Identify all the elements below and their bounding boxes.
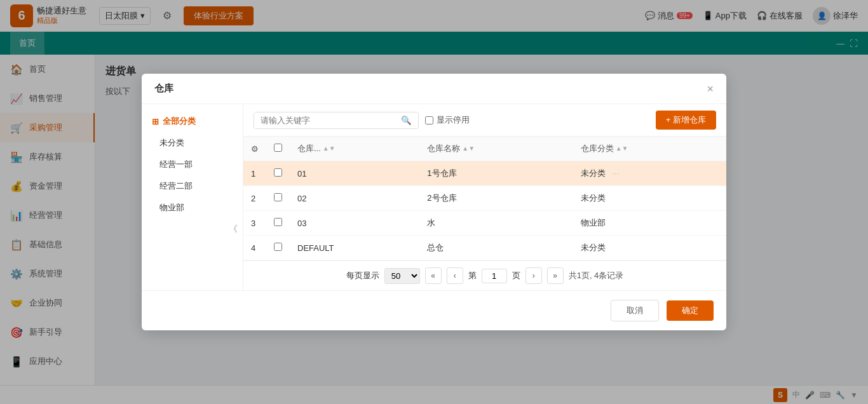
- table-row[interactable]: 3 03 水 物业部: [243, 211, 726, 236]
- row-name: 水: [419, 211, 573, 236]
- page-first-button[interactable]: «: [425, 267, 442, 284]
- select-all-checkbox[interactable]: [274, 144, 282, 152]
- per-page-label: 每页显示: [346, 270, 379, 281]
- row-num: 2: [243, 186, 266, 211]
- modal-cat-dept2[interactable]: 经营二部: [142, 175, 243, 197]
- show-disabled-label: 显示停用: [437, 114, 470, 126]
- modal-cat-property[interactable]: 物业部: [142, 197, 243, 219]
- warehouse-modal: 仓库 × ⊞ 全部分类 未分类 经营一部 经营二部 物业部 《: [142, 74, 726, 330]
- row-category: 物业部: [573, 211, 726, 236]
- modal-search-box: 🔍: [254, 112, 419, 129]
- th-check: [266, 137, 290, 161]
- modal-actions: 取消 确定: [142, 290, 726, 330]
- row-check[interactable]: [266, 236, 290, 260]
- row-check[interactable]: [266, 186, 290, 211]
- modal-cat-dept1[interactable]: 经营一部: [142, 154, 243, 175]
- confirm-button[interactable]: 确定: [667, 300, 714, 321]
- row-name: 总仓: [419, 236, 573, 260]
- sort-code[interactable]: 仓库...▲▼: [297, 143, 336, 154]
- pagination: 每页显示 50 100 200 « ‹ 第 页 › » 共1页, 4条记录: [243, 260, 726, 290]
- sort-category[interactable]: 仓库分类▲▼: [581, 143, 628, 154]
- row-num: 4: [243, 236, 266, 260]
- modal-header: 仓库 ×: [142, 74, 726, 104]
- search-input[interactable]: [254, 112, 395, 128]
- modal-cat-uncategorized[interactable]: 未分类: [142, 132, 243, 154]
- th-category: 仓库分类▲▼: [573, 137, 726, 161]
- row-code: 02: [290, 186, 419, 211]
- row-code: 03: [290, 211, 419, 236]
- page-number-input[interactable]: [482, 269, 507, 283]
- table-header-row: ⚙ 仓库...▲▼ 仓库名称▲▼: [243, 137, 726, 161]
- collapse-icon[interactable]: 《: [229, 224, 238, 235]
- row-code: 01: [290, 161, 419, 186]
- show-disabled-option: 显示停用: [425, 114, 470, 126]
- page-prev-button[interactable]: ‹: [447, 267, 463, 284]
- grid-icon: ⊞: [152, 117, 159, 126]
- row-code: DEFAULT: [290, 236, 419, 260]
- row-name: 1号仓库: [419, 161, 573, 186]
- warehouse-table: ⚙ 仓库...▲▼ 仓库名称▲▼: [243, 137, 726, 260]
- cancel-button[interactable]: 取消: [611, 300, 659, 321]
- modal-overlay[interactable]: 仓库 × ⊞ 全部分类 未分类 经营一部 经营二部 物业部 《: [0, 0, 868, 404]
- sort-name-icon: ▲▼: [462, 145, 475, 152]
- table-row[interactable]: 2 02 2号仓库 未分类: [243, 186, 726, 211]
- modal-main-content: 🔍 显示停用 + 新增仓库 ⚙: [243, 104, 726, 290]
- gear-icon[interactable]: ⚙: [251, 144, 259, 154]
- row-check[interactable]: [266, 211, 290, 236]
- th-name: 仓库名称▲▼: [419, 137, 573, 161]
- row-category: 未分类: [573, 236, 726, 260]
- page-label: 第: [468, 270, 477, 281]
- add-warehouse-button[interactable]: + 新增仓库: [656, 111, 716, 130]
- th-gear: ⚙: [243, 137, 266, 161]
- modal-title: 仓库: [154, 83, 173, 95]
- modal-all-category[interactable]: ⊞ 全部分类: [142, 111, 243, 132]
- row-num: 3: [243, 211, 266, 236]
- modal-category-sidebar: ⊞ 全部分类 未分类 经营一部 经营二部 物业部 《: [142, 104, 243, 290]
- page-suffix: 页: [512, 270, 520, 281]
- show-disabled-checkbox[interactable]: [425, 116, 433, 125]
- total-info: 共1页, 4条记录: [569, 270, 624, 281]
- all-category-label: 全部分类: [163, 116, 196, 127]
- sort-category-icon: ▲▼: [616, 145, 628, 152]
- sort-code-icon: ▲▼: [323, 145, 336, 152]
- row-more-icon[interactable]: ···: [612, 168, 619, 178]
- table-row[interactable]: 1 01 1号仓库 未分类 ···: [243, 161, 726, 186]
- close-icon[interactable]: ×: [707, 83, 714, 95]
- page-last-button[interactable]: »: [547, 267, 564, 284]
- per-page-select[interactable]: 50 100 200: [384, 268, 420, 284]
- modal-sidebar-collapse: 《: [142, 219, 243, 240]
- modal-body: ⊞ 全部分类 未分类 经营一部 经营二部 物业部 《 🔍: [142, 104, 726, 290]
- modal-toolbar: 🔍 显示停用 + 新增仓库: [243, 104, 726, 137]
- row-name: 2号仓库: [419, 186, 573, 211]
- table-row[interactable]: 4 DEFAULT 总仓 未分类: [243, 236, 726, 260]
- search-button[interactable]: 🔍: [395, 112, 418, 128]
- sort-name[interactable]: 仓库名称▲▼: [427, 143, 475, 154]
- row-check[interactable]: [266, 161, 290, 186]
- th-code: 仓库...▲▼: [290, 137, 419, 161]
- row-category: 未分类: [573, 186, 726, 211]
- row-category: 未分类 ···: [573, 161, 726, 186]
- page-next-button[interactable]: ›: [526, 267, 542, 284]
- row-num: 1: [243, 161, 266, 186]
- table: ⚙ 仓库...▲▼ 仓库名称▲▼: [243, 137, 726, 260]
- table-body: 1 01 1号仓库 未分类 ··· 2 02 2号仓库 未分类 3 03 水 物…: [243, 161, 726, 260]
